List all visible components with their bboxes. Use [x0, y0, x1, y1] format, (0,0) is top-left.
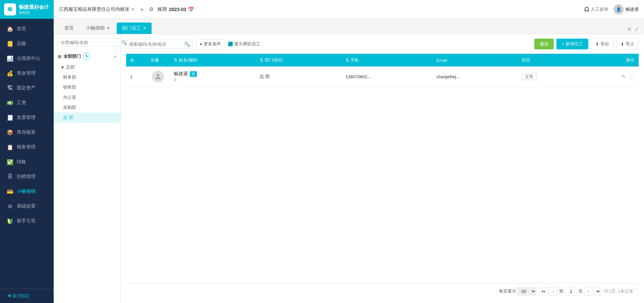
- employee-avatar: [152, 71, 164, 83]
- page-size-selector: 每页显示 10 20 50 100: [499, 287, 536, 296]
- employee-table: ⚙ 头像 ⇅ 姓名/编码 ⇅ 部门/职位 ⇅ 手机 Email 状态 操作 1: [126, 54, 639, 87]
- topbar: 江西服宝精品有限责任公司内账张 ▼ ＋ ⚙ 账期 2023-03 📅 🎧 人工咨…: [54, 0, 644, 19]
- invite-button[interactable]: 邀请: [534, 39, 554, 49]
- col-name[interactable]: ⇅ 姓名/编码: [170, 54, 256, 67]
- dept-item-office[interactable]: 办公室: [54, 92, 120, 102]
- sidebar-item-label: 发票管理: [17, 115, 36, 121]
- company-selector[interactable]: 江西服宝精品有限责任公司内账张 ▼: [59, 6, 135, 12]
- last-page-button[interactable]: ⏭: [594, 287, 603, 296]
- tab-expense-close[interactable]: ✕: [107, 26, 110, 31]
- dept-edit-button[interactable]: ✎: [83, 53, 90, 60]
- show-resigned-checkbox[interactable]: [228, 42, 233, 46]
- close-all-button[interactable]: ✕: [627, 26, 632, 33]
- filter-button[interactable]: ▾ 更多条件: [196, 39, 225, 49]
- user-name: 畅捷通: [626, 6, 639, 12]
- settings-gear-icon[interactable]: ⚙: [149, 6, 154, 12]
- dept-item-sales[interactable]: 销售部: [54, 82, 120, 92]
- sidebar-item-assets[interactable]: 🏗 固定资产: [0, 81, 54, 95]
- sidebar-item-funds[interactable]: 💰 资金管理: [0, 66, 54, 81]
- sidebar-item-reports[interactable]: 📊 云报表中心: [0, 51, 54, 66]
- dept-item-label: 销售部: [63, 85, 76, 90]
- page-prefix: 第: [559, 288, 564, 294]
- tab-home[interactable]: 首页: [59, 23, 79, 34]
- tab-expense-label: 小畅报销: [86, 25, 105, 31]
- col-phone[interactable]: ⇅ 手机: [341, 54, 432, 67]
- sidebar-item-expense[interactable]: 💳 小畅报销: [0, 184, 54, 199]
- dept-item-purchase[interactable]: 采购部: [54, 102, 120, 113]
- add-employee-button[interactable]: + 新增员工: [556, 39, 588, 49]
- employee-search-input[interactable]: [129, 42, 183, 47]
- dept-item-finance[interactable]: 财务部: [54, 72, 120, 82]
- add-company-button[interactable]: ＋: [139, 5, 145, 13]
- sidebar-unpin-button[interactable]: ◀ 取消固定: [0, 289, 54, 303]
- col-settings[interactable]: ⚙: [126, 54, 146, 67]
- tab-actions: ✕ ⤢: [627, 26, 639, 34]
- tab-expense[interactable]: 小畅报销 ✕: [80, 23, 115, 34]
- sidebar-item-invoice[interactable]: 🧾 发票管理: [0, 110, 54, 125]
- sidebar-item-inventory[interactable]: 📦 库存核算: [0, 125, 54, 140]
- first-page-button[interactable]: ⏮: [539, 287, 548, 296]
- sidebar: 畅 畅捷通好会计 旗舰版 🏠 首页 📒 总账 📊 云报表中心 💰 资金管理 🏗 …: [0, 0, 54, 303]
- logo-text-block: 畅捷通好会计 旗舰版: [19, 4, 49, 15]
- calendar-icon[interactable]: 📅: [188, 7, 194, 12]
- page-suffix: 页: [578, 288, 583, 294]
- expand-button[interactable]: ⤢: [634, 26, 639, 33]
- user-menu[interactable]: 👤 畅捷通: [613, 4, 639, 14]
- sidebar-item-guide[interactable]: 🔰 新手引导: [0, 214, 54, 228]
- headset-icon: 🎧: [584, 7, 589, 12]
- period-label: 账期: [158, 6, 167, 12]
- next-page-button[interactable]: ›: [584, 287, 593, 296]
- col-avatar: 头像: [146, 54, 170, 67]
- unpin-label: ◀ 取消固定: [7, 293, 30, 299]
- dept-item-general[interactable]: 总 部: [54, 113, 120, 123]
- dept-search-input[interactable]: [58, 38, 120, 47]
- page-number-input[interactable]: [565, 287, 577, 296]
- tab-department-close[interactable]: ✕: [143, 26, 146, 31]
- per-page-label: 每页显示: [499, 288, 516, 294]
- sidebar-item-tax[interactable]: 📋 税务管理: [0, 140, 54, 155]
- import-button[interactable]: ⬇ 导入: [616, 38, 639, 50]
- col-dept[interactable]: ⇅ 部门/职位: [256, 54, 341, 67]
- sidebar-item-label: 归档管理: [17, 174, 36, 180]
- sidebar-item-label: 小畅报销: [17, 188, 36, 194]
- page-total: 共1页, 1条记录: [604, 288, 633, 294]
- checkout-icon: ✅: [7, 159, 13, 165]
- col-email: Email: [432, 54, 518, 67]
- dept-parent-item[interactable]: ▼ 总部: [54, 62, 120, 72]
- salary-icon: 💵: [7, 99, 13, 106]
- sidebar-item-archive[interactable]: 🗄 归档管理: [0, 169, 54, 184]
- sidebar-item-salary[interactable]: 💵 工资: [0, 95, 54, 110]
- employee-search-box: 🔍: [126, 40, 193, 48]
- guide-icon: 🔰: [7, 218, 13, 224]
- employee-search-icon[interactable]: 🔍: [184, 41, 190, 47]
- sidebar-item-settings[interactable]: ⚙ 基础设置: [0, 199, 54, 214]
- sidebar-item-checkout[interactable]: ✅ 结账: [0, 155, 54, 169]
- sidebar-item-home[interactable]: 🏠 首页: [0, 21, 54, 36]
- tabs-bar: 首页 小畅报销 ✕ 部门员工 ✕ ✕ ⤢: [54, 19, 644, 34]
- per-page-select[interactable]: 10 20 50 100: [518, 287, 536, 296]
- settings-icon: ⚙: [7, 203, 13, 210]
- dept-collapse-icon[interactable]: «: [114, 54, 116, 59]
- export-button[interactable]: ⬆ 导出: [591, 38, 613, 50]
- employee-list: 🔍 ▾ 更多条件 显示离职员工 邀请 + 新增员工 ⬆ 导出: [121, 34, 644, 303]
- show-resigned-checkbox-label[interactable]: 显示离职员工: [228, 41, 260, 47]
- tab-department[interactable]: 部门员工 ✕: [117, 23, 152, 34]
- assets-icon: 🏗: [7, 85, 13, 91]
- sidebar-item-ledger[interactable]: 📒 总账: [0, 36, 54, 51]
- export-icon: ⬆: [595, 42, 599, 47]
- edit-employee-button[interactable]: ✎: [622, 74, 626, 80]
- employee-code: 0: [174, 78, 252, 82]
- tab-department-label: 部门员工: [122, 25, 141, 31]
- prev-page-button[interactable]: ‹: [549, 287, 558, 296]
- reports-icon: 📊: [7, 55, 13, 62]
- service-button[interactable]: 🎧 人工咨询: [584, 6, 608, 12]
- employee-name: 畅捷通: [174, 71, 188, 77]
- sidebar-item-label: 固定资产: [17, 85, 36, 91]
- avatar: 👤: [613, 4, 624, 14]
- company-name: 江西服宝精品有限责任公司内账张: [59, 6, 129, 12]
- employee-dept-badge: 部: [190, 71, 197, 77]
- dept-root-label[interactable]: 全部部门: [63, 53, 81, 59]
- logout-employee-button[interactable]: ⬚: [630, 74, 635, 80]
- archive-icon: 🗄: [7, 173, 13, 180]
- dept-item-label: 财务部: [63, 75, 76, 80]
